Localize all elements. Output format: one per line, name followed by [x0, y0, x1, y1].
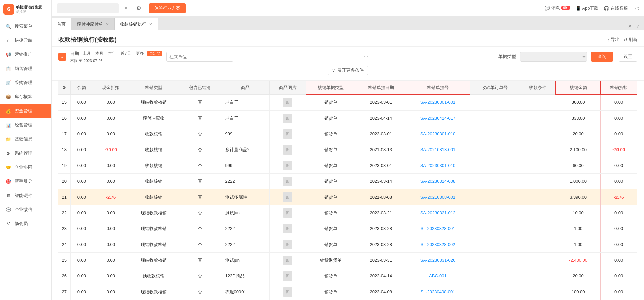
- close-tab-button[interactable]: ✕: [627, 22, 633, 30]
- td-bill-type: 销货单: [306, 158, 356, 173]
- td-bill-no: SA-20230414-017: [406, 110, 470, 126]
- sidebar-label-inventory: 库存核算: [15, 94, 32, 100]
- sidebar-label-hardware: 智能硬件: [15, 192, 32, 199]
- topbar-search-input[interactable]: [57, 3, 119, 13]
- date-custom-badge[interactable]: 自定义: [147, 51, 162, 56]
- sidebar-item-wechat[interactable]: 💬企业微信: [0, 203, 51, 217]
- td-include-settled: 否: [178, 252, 221, 268]
- td-bill-no: SL-20230408-001: [406, 284, 470, 300]
- finance-icon: 💰: [5, 108, 11, 114]
- td-goods: 衣服00001: [221, 284, 270, 300]
- sidebar-item-cooperation[interactable]: 🤝企业协同: [0, 160, 51, 174]
- maximize-button[interactable]: ⤢: [635, 22, 641, 30]
- td-goods: 999: [221, 158, 270, 173]
- sidebar-label-cooperation: 企业协同: [15, 164, 32, 170]
- sidebar-item-inventory[interactable]: 📦库存核算: [0, 90, 51, 104]
- td-bill-date: 2023-04-08: [356, 284, 406, 300]
- td-bill-no: SL-20230328-001: [406, 221, 470, 237]
- td-receipt-condition: [520, 173, 556, 189]
- td-receipt-order-no: [470, 126, 520, 142]
- sidebar-item-search[interactable]: 🔍搜索菜单: [0, 19, 51, 33]
- sidebar-item-sales[interactable]: 📋销售管理: [0, 61, 51, 76]
- date-opt-this-year[interactable]: 本年: [107, 50, 117, 57]
- refresh-button[interactable]: ↺ 刷新: [624, 37, 637, 43]
- topbar-gear-icon[interactable]: ⚙: [133, 3, 144, 13]
- topbar: ▼ ⚙ 休验行业方案 💬 消息 99+ 📱 App下载 🎧 在线客服 Rit: [52, 0, 644, 17]
- td-bill-no: SA-20210813-001: [406, 142, 470, 158]
- table-row: 17 0.00 0.00 收款核销 否 999 图 销货单 2023-03-01…: [58, 126, 637, 142]
- td-writeoff-discount: -70.00: [600, 142, 637, 158]
- sidebar-item-operation[interactable]: 📊经营管理: [0, 118, 51, 132]
- app-download-link[interactable]: 📱 App下载: [576, 5, 598, 11]
- td-no: 18: [58, 142, 70, 158]
- td-receipt-condition: [520, 268, 556, 284]
- sidebar-item-shortcut[interactable]: ⌂快捷导航: [0, 33, 51, 47]
- td-goods-image: 图: [270, 94, 306, 110]
- tab-prepay[interactable]: 预付冲应付单 ✕: [71, 18, 115, 30]
- td-goods-image: 图: [270, 158, 306, 173]
- td-writeoff-discount: 0.00: [600, 284, 637, 300]
- th-settings[interactable]: ⚙: [58, 81, 70, 94]
- marketing-icon: 📢: [5, 51, 11, 57]
- td-include-settled: 否: [178, 284, 221, 300]
- td-writeoff-type: 收款核销: [129, 189, 178, 205]
- date-opt-last-month[interactable]: 上月: [81, 50, 92, 57]
- settings-button[interactable]: 设置: [619, 52, 637, 62]
- sidebar-item-marketing[interactable]: 📢营销推广: [0, 47, 51, 61]
- td-bill-no: SA-20210808-001: [406, 189, 470, 205]
- tab-receipt-writeoff[interactable]: 收款核销执行 ✕: [115, 18, 158, 30]
- td-bill-no: SA-20230321-012: [406, 205, 470, 221]
- td-writeoff-type: 现结收款核销: [129, 221, 178, 237]
- filter-expand-row: ∨ 展开更多条件: [58, 63, 637, 77]
- td-writeoff-discount: -2.76: [600, 189, 637, 205]
- solution-button[interactable]: 休验行业方案: [149, 3, 186, 13]
- data-table-container: ⚙ 余额 现金折扣 核销类型 包含已结清 商品 商品图片 核销单据类型 核销单据…: [52, 81, 644, 300]
- sidebar-item-purchase[interactable]: 🛒采购管理: [0, 76, 51, 90]
- guide-icon: 🎯: [5, 178, 11, 184]
- td-receipt-order-no: [470, 284, 520, 300]
- sidebar-item-system[interactable]: ⚙系统管理: [0, 146, 51, 160]
- td-writeoff-amount: 2,100.00: [556, 142, 600, 158]
- sidebar-item-hardware[interactable]: 🖥智能硬件: [0, 188, 51, 203]
- expand-more-button[interactable]: ∨ 展开更多条件: [328, 66, 368, 75]
- th-cash-discount: 现金折扣: [93, 81, 129, 94]
- td-writeoff-type: 收款核销: [129, 158, 178, 173]
- close-tab1-icon[interactable]: ✕: [106, 22, 109, 27]
- tab-home[interactable]: 首页: [52, 18, 71, 30]
- date-range-display: 不限 至 2023-07-26: [70, 58, 162, 63]
- message-icon[interactable]: 💬 消息 99+: [545, 5, 570, 11]
- close-tab2-icon[interactable]: ✕: [149, 22, 152, 27]
- online-service-link[interactable]: 🎧 在线客服: [604, 5, 628, 11]
- query-button[interactable]: 查询: [591, 52, 613, 62]
- bill-type-select[interactable]: [520, 52, 587, 62]
- td-bill-date: 2023-03-01: [356, 126, 406, 142]
- td-receipt-order-no: [470, 205, 520, 221]
- td-writeoff-amount: 10.00: [556, 205, 600, 221]
- td-balance: 0.00: [70, 94, 93, 110]
- filter-expand-button[interactable]: »: [58, 53, 66, 61]
- main-content: ▼ ⚙ 休验行业方案 💬 消息 99+ 📱 App下载 🎧 在线客服 Rit 首…: [52, 0, 644, 300]
- page-header: 收款核销执行(按收款) ↑ 导出 ↺ 刷新: [52, 30, 644, 47]
- td-goods: 123D商品: [221, 268, 270, 284]
- td-writeoff-amount: 100.00: [556, 284, 600, 300]
- sidebar-item-finance[interactable]: 💰资金管理: [0, 104, 51, 118]
- export-button[interactable]: ↑ 导出: [607, 37, 620, 43]
- td-balance: 0.00: [70, 189, 93, 205]
- th-receipt-condition: 收款条件: [520, 81, 556, 94]
- sidebar-item-guide[interactable]: 🎯新手引导: [0, 174, 51, 188]
- td-writeoff-amount: 333.00: [556, 110, 600, 126]
- td-bill-date: 2023-04-14: [356, 110, 406, 126]
- td-bill-no: SA-20230331-026: [406, 252, 470, 268]
- sidebar-item-basic[interactable]: 📁基础信息: [0, 132, 51, 146]
- date-opt-7days[interactable]: 近7天: [119, 50, 132, 57]
- td-writeoff-type: 现结收款核销: [129, 284, 178, 300]
- td-writeoff-discount: 0.00: [600, 237, 637, 252]
- td-receipt-condition: [520, 126, 556, 142]
- td-writeoff-amount: 360.00: [556, 94, 600, 110]
- date-opt-this-month[interactable]: 本月: [94, 50, 105, 57]
- partner-input[interactable]: [166, 52, 233, 62]
- date-opt-more[interactable]: 更多: [135, 50, 145, 57]
- table-row: 25 0.00 0.00 现结收款核销 否 测试jun 图 销货退货单 2023…: [58, 252, 637, 268]
- td-goods: 999: [221, 126, 270, 142]
- sidebar-item-member[interactable]: V畅会员: [0, 217, 51, 231]
